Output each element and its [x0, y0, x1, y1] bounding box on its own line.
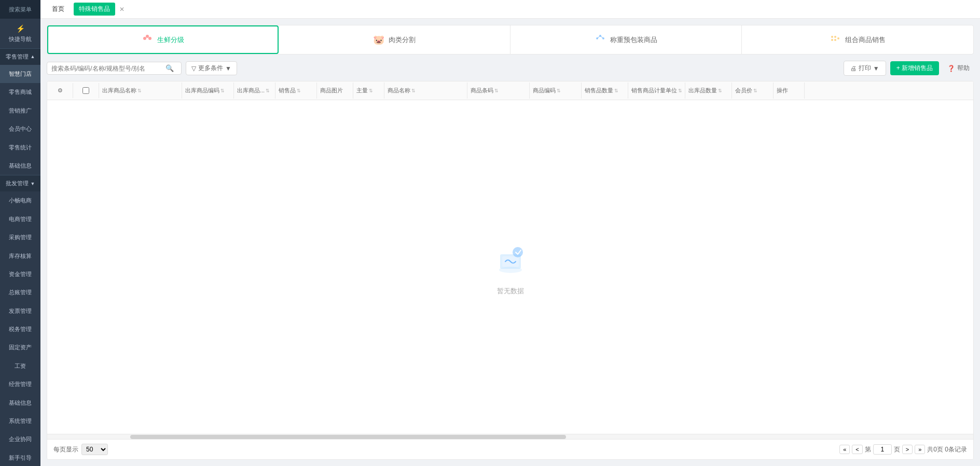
sidebar-item-inventory[interactable]: 库存核算 [0, 247, 40, 265]
svg-point-10 [831, 39, 833, 41]
cat-tab-combo-sale[interactable]: 组合商品销售 [742, 25, 973, 54]
th-goods-name: 商品名称 ⇅ [384, 83, 467, 99]
search-icon[interactable]: 🔍 [165, 64, 174, 72]
sort-unit-icon[interactable]: ⇅ [678, 88, 682, 93]
sidebar-item-operations[interactable]: 经营管理 [0, 375, 40, 393]
sort-price-icon[interactable]: ⇅ [753, 88, 757, 93]
sort-spec-icon[interactable]: ⇅ [266, 88, 270, 93]
sidebar-item-general-ledger[interactable]: 总账管理 [0, 283, 40, 301]
pagination-controls: « < 第 页 > » 共0页 0条记录 [839, 444, 967, 455]
sidebar-item-purchase[interactable]: 采购管理 [0, 228, 40, 246]
cat-tab-fresh-grade[interactable]: 生鲜分级 [47, 25, 279, 54]
sidebar-item-ecom-mgmt[interactable]: 电商管理 [0, 210, 40, 228]
sidebar-item-finance[interactable]: 资金管理 [0, 265, 40, 283]
add-goods-button[interactable]: + 新增销售品 [890, 61, 939, 75]
sort-goods-code-icon[interactable]: ⇅ [557, 88, 561, 93]
svg-line-6 [597, 36, 600, 38]
cat-tab-meat-cut[interactable]: 🐷 肉类分割 [279, 25, 510, 54]
sort-sale-icon[interactable]: ⇅ [297, 88, 301, 93]
tab-home[interactable]: 首页 [47, 3, 70, 16]
page-label-before: 第 [865, 445, 871, 454]
tab-special-goods[interactable]: 特殊销售品 [74, 3, 115, 16]
sidebar: 搜索菜单 ⚡ 快捷导航 零售管理 ▲ 智慧门店 零售商城 营销推广 会员中心 零… [0, 0, 40, 466]
th-out-goods-code: 出库商品编码 ⇅ [182, 83, 234, 99]
pagination-info: 每页显示 50 10 20 100 [53, 444, 108, 455]
settings-icon[interactable]: ⚙ [58, 87, 63, 94]
sidebar-section-retail[interactable]: 零售管理 ▲ [0, 48, 40, 65]
svg-point-11 [834, 39, 836, 41]
sort-barcode-icon[interactable]: ⇅ [494, 88, 499, 93]
th-out-goods-name: 出库商品名称 ⇅ [99, 83, 182, 99]
print-button[interactable]: 🖨 打印 ▼ [844, 61, 886, 76]
th-settings[interactable]: ⚙ [47, 83, 73, 98]
empty-state: 暂无数据 [47, 100, 973, 434]
th-sale-goods: 销售品 ⇅ [275, 83, 317, 99]
th-operation: 操作 [774, 83, 805, 99]
sidebar-item-retail-stats[interactable]: 零售统计 [0, 139, 40, 157]
sidebar-item-member[interactable]: 会员中心 [0, 120, 40, 138]
sidebar-item-tax[interactable]: 税务管理 [0, 320, 40, 338]
horizontal-scrollbar[interactable] [47, 434, 973, 439]
filter-arrow-icon: ▼ [225, 65, 231, 72]
scrollbar-thumb[interactable] [130, 435, 566, 439]
sort-out-name-icon[interactable]: ⇅ [137, 88, 142, 93]
cat-tab-weigh-pack[interactable]: 称重预包装商品 [510, 25, 742, 54]
retail-arrow-icon: ▲ [31, 54, 35, 59]
next-page-button[interactable]: > [902, 445, 913, 454]
th-checkbox[interactable] [73, 83, 99, 98]
sidebar-item-fixed-assets[interactable]: 固定资产 [0, 338, 40, 357]
sidebar-item-retail-mall[interactable]: 零售商城 [0, 83, 40, 101]
empty-illustration [490, 239, 531, 280]
sidebar-item-invoice[interactable]: 发票管理 [0, 302, 40, 320]
search-input[interactable] [51, 65, 165, 72]
category-tabs: 生鲜分级 🐷 肉类分割 称重预包装商品 [47, 25, 974, 54]
sort-out-qty-icon[interactable]: ⇅ [718, 88, 722, 93]
sidebar-logo[interactable]: 搜索菜单 [0, 0, 40, 19]
first-page-button[interactable]: « [839, 445, 850, 454]
page-size-select[interactable]: 50 10 20 100 [81, 444, 108, 455]
table-container: ⚙ 出库商品名称 ⇅ 出库商品编码 ⇅ 出库商品... ⇅ [47, 81, 974, 460]
sidebar-item-mini-ecom[interactable]: 小畅电商 [0, 191, 40, 210]
toolbar-right: 🖨 打印 ▼ + 新增销售品 ❓ 帮助 [844, 61, 974, 76]
th-sale-qty: 销售品数量 ⇅ [582, 83, 628, 99]
search-box[interactable]: 🔍 [47, 62, 182, 75]
current-page-input[interactable] [873, 444, 892, 455]
th-out-qty: 出库品数量 ⇅ [685, 83, 732, 99]
sidebar-item-quick-nav[interactable]: ⚡ 快捷导航 [0, 19, 40, 48]
empty-text: 暂无数据 [497, 286, 524, 296]
main-area: 首页 特殊销售品 ✕ 生鲜分级 🐷 肉类分割 [40, 0, 980, 466]
page-label-after: 页 [894, 445, 900, 454]
sort-main-icon[interactable]: ⇅ [369, 88, 373, 93]
th-barcode: 商品条码 ⇅ [467, 83, 530, 99]
svg-point-12 [837, 37, 839, 39]
sidebar-item-newbie[interactable]: 新手引导 [0, 449, 40, 466]
sort-sale-qty-icon[interactable]: ⇅ [614, 88, 618, 93]
table-footer: 每页显示 50 10 20 100 « < 第 页 > » 共 [47, 439, 973, 459]
filter-icon: ▽ [191, 65, 196, 72]
sidebar-section-wholesale[interactable]: 批发管理 ▼ [0, 175, 40, 191]
sort-goods-name-icon[interactable]: ⇅ [411, 88, 416, 93]
sidebar-item-system[interactable]: 系统管理 [0, 412, 40, 430]
total-info: 共0页 0条记录 [927, 445, 967, 454]
th-main-weight: 主量 ⇅ [353, 83, 384, 99]
prev-page-button[interactable]: < [852, 445, 862, 454]
sidebar-item-wages[interactable]: 工资 [0, 357, 40, 375]
sidebar-item-marketing[interactable]: 营销推广 [0, 102, 40, 120]
sort-out-code-icon[interactable]: ⇅ [220, 88, 225, 93]
filter-button[interactable]: ▽ 更多条件 ▼ [186, 61, 237, 75]
sidebar-item-enterprise[interactable]: 企业协同 [0, 430, 40, 448]
sidebar-item-smart-store[interactable]: 智慧门店 [0, 65, 40, 83]
sidebar-item-basic-info2[interactable]: 基础信息 [0, 394, 40, 412]
close-tab-icon[interactable]: ✕ [119, 6, 125, 13]
content-area: 生鲜分级 🐷 肉类分割 称重预包装商品 [40, 19, 980, 466]
svg-point-8 [831, 36, 833, 38]
print-icon: 🖨 [850, 65, 857, 72]
last-page-button[interactable]: » [915, 445, 925, 454]
th-goods-img: 商品图片 [317, 83, 353, 99]
top-nav: 首页 特殊销售品 ✕ [40, 0, 980, 19]
toolbar-left: 🔍 ▽ 更多条件 ▼ [47, 61, 237, 75]
svg-point-9 [834, 36, 836, 38]
help-button[interactable]: ❓ 帮助 [943, 61, 974, 75]
select-all-checkbox[interactable] [82, 87, 89, 94]
sidebar-item-basic-info[interactable]: 基础信息 [0, 157, 40, 175]
